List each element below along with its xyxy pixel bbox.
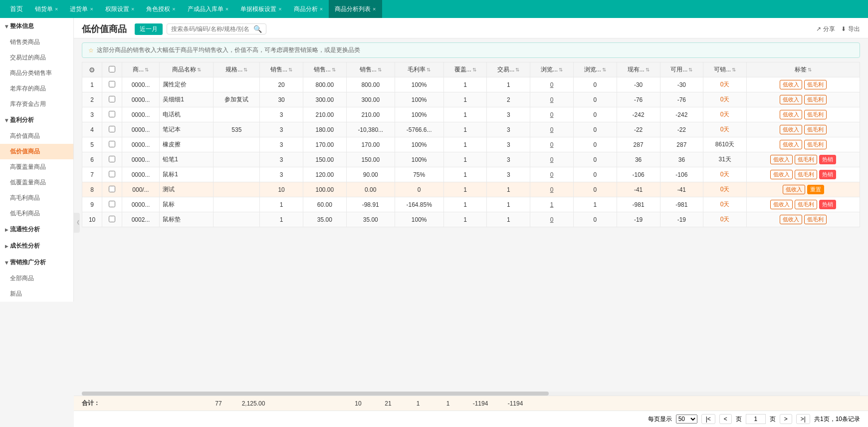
export-button[interactable]: ⬇ 导出 — [841, 25, 860, 33]
sidebar-group-overall[interactable]: ▾ 整体信息 — [0, 18, 73, 34]
column-current[interactable]: 现有...⇅ — [617, 62, 660, 77]
column-coverage[interactable]: 覆盖...⇅ — [443, 62, 487, 77]
per-page-select[interactable]: 50 100 200 — [676, 415, 697, 424]
column-sale-qty[interactable]: 销售...⇅ — [260, 62, 303, 77]
sidebar-item-high-value[interactable]: 高价值商品 — [0, 128, 73, 144]
nav-purchase-order[interactable]: 进货单 × — [64, 0, 99, 18]
search-input[interactable] — [171, 25, 253, 32]
sidebar-item-all-products[interactable]: 全部商品 — [0, 271, 73, 286]
row-checkbox[interactable] — [109, 186, 115, 192]
nav-product-analysis-list[interactable]: 商品分析列表 × — [329, 0, 382, 18]
sidebar-group-circulation[interactable]: ▸ 流通性分析 — [0, 221, 73, 238]
column-browse1[interactable]: 浏览...⇅ — [530, 62, 574, 77]
sidebar-item-sales-products[interactable]: 销售类商品 — [0, 34, 73, 50]
sidebar-item-category-sales-rate[interactable]: 商品分类销售率 — [0, 65, 73, 81]
browse-link[interactable]: 0 — [550, 126, 554, 133]
browse-link[interactable]: 1 — [550, 201, 554, 208]
nav-home[interactable]: 首页 — [4, 0, 29, 18]
row-checkbox[interactable] — [109, 216, 115, 222]
column-code[interactable]: 商...⇅ — [122, 62, 160, 77]
cell-checkbox[interactable] — [102, 92, 122, 107]
share-button[interactable]: ↗ 分享 — [816, 25, 835, 33]
sidebar-item-high-coverage[interactable]: 高覆盖量商品 — [0, 159, 73, 175]
nav-sales-order[interactable]: 销货单 × — [29, 0, 64, 18]
nav-template[interactable]: 单据模板设置 × — [234, 0, 287, 18]
column-gear[interactable]: ⚙ — [82, 62, 102, 77]
sidebar-item-high-margin[interactable]: 高毛利商品 — [0, 190, 73, 206]
browse-link[interactable]: 0 — [550, 96, 554, 103]
column-browse2[interactable]: 浏览...⇅ — [573, 62, 617, 77]
sidebar-item-traded-products[interactable]: 交易过的商品 — [0, 50, 73, 65]
cell-checkbox[interactable] — [102, 122, 122, 137]
column-name[interactable]: 商品名称⇅ — [160, 62, 214, 77]
row-checkbox[interactable] — [109, 96, 115, 102]
period-button[interactable]: 近一月 — [135, 23, 163, 35]
nav-close-role[interactable]: × — [172, 6, 175, 12]
cell-checkbox[interactable] — [102, 167, 122, 182]
cell-checkbox[interactable] — [102, 107, 122, 122]
horizontal-scrollbar[interactable] — [82, 392, 860, 396]
sidebar-item-low-coverage[interactable]: 低覆盖量商品 — [0, 175, 73, 190]
last-page-button[interactable]: >| — [796, 414, 810, 424]
row-checkbox[interactable] — [109, 111, 115, 117]
nav-close-sales[interactable]: × — [55, 6, 58, 12]
first-page-button[interactable]: |< — [701, 414, 715, 424]
cell-checkbox[interactable] — [102, 152, 122, 167]
nav-close-purchase[interactable]: × — [90, 6, 93, 12]
row-checkbox[interactable] — [109, 81, 115, 87]
column-trade[interactable]: 交易...⇅ — [487, 62, 530, 77]
browse-link[interactable]: 0 — [550, 156, 554, 163]
sidebar-item-stock-capital[interactable]: 库存资金占用 — [0, 96, 73, 112]
sidebar-item-old-stock[interactable]: 老库存的商品 — [0, 81, 73, 96]
page-input[interactable] — [746, 414, 766, 424]
row-checkbox[interactable] — [109, 156, 115, 162]
column-checkbox[interactable] — [102, 62, 122, 77]
nav-close-template[interactable]: × — [278, 6, 281, 12]
nav-product-analysis[interactable]: 商品分析 × — [288, 0, 329, 18]
nav-role-auth[interactable]: 角色授权 × — [140, 0, 181, 18]
nav-product-warehouse[interactable]: 产成品入库单 × — [182, 0, 234, 18]
select-all-checkbox[interactable] — [109, 66, 115, 72]
column-sale-amt[interactable]: 销售...⇅ — [303, 62, 346, 77]
nav-close-analysis[interactable]: × — [320, 6, 323, 12]
column-sale-avg[interactable]: 销售...⇅ — [346, 62, 395, 77]
column-tag[interactable]: 标签⇅ — [747, 62, 860, 77]
nav-close-permission[interactable]: × — [131, 6, 134, 12]
nav-close-analysis-list[interactable]: × — [373, 6, 376, 12]
cell-checkbox[interactable] — [102, 77, 122, 92]
column-gross-rate[interactable]: 毛利率⇅ — [395, 62, 443, 77]
column-sellable[interactable]: 可销...⇅ — [703, 62, 747, 77]
browse-link[interactable]: 0 — [550, 141, 554, 148]
row-checkbox[interactable] — [109, 126, 115, 132]
search-icon[interactable]: 🔍 — [253, 25, 262, 33]
browse-link[interactable]: 0 — [550, 111, 554, 118]
sidebar-group-growth[interactable]: ▸ 成长性分析 — [0, 238, 73, 254]
scroll-thumb[interactable] — [82, 392, 549, 396]
column-spec[interactable]: 规格...⇅ — [214, 62, 260, 77]
browse-link[interactable]: 0 — [550, 171, 554, 178]
next-page-button[interactable]: > — [780, 414, 792, 424]
cell-checkbox[interactable] — [102, 182, 122, 197]
prev-page-button[interactable]: < — [719, 414, 732, 424]
browse-link[interactable]: 0 — [550, 216, 554, 223]
sidebar-group-marketing[interactable]: ▾ 营销推广分析 — [0, 254, 73, 271]
sidebar-item-new-products[interactable]: 新品 — [0, 286, 73, 302]
nav-permission[interactable]: 权限设置 × — [99, 0, 140, 18]
browse-link[interactable]: 0 — [550, 186, 554, 193]
row-checkbox[interactable] — [109, 171, 115, 177]
cell-checkbox[interactable] — [102, 197, 122, 212]
sidebar-item-low-value[interactable]: 低价值商品 — [0, 144, 73, 159]
cell-checkbox[interactable] — [102, 212, 122, 227]
gear-icon[interactable]: ⚙ — [89, 66, 95, 74]
browse-link[interactable]: 0 — [550, 81, 554, 88]
sidebar-item-low-margin[interactable]: 低毛利商品 — [0, 206, 73, 221]
nav-close-warehouse[interactable]: × — [225, 6, 228, 12]
cell-browse2: 0 — [573, 92, 617, 107]
column-available[interactable]: 可用...⇅ — [660, 62, 703, 77]
row-checkbox[interactable] — [109, 141, 115, 147]
cell-checkbox[interactable] — [102, 137, 122, 152]
sidebar-group-profit[interactable]: ▾ 盈利分析 — [0, 112, 73, 128]
cell-code: 000/... — [122, 182, 160, 197]
sidebar-collapse-button[interactable]: 《 — [74, 213, 80, 233]
row-checkbox[interactable] — [109, 201, 115, 207]
